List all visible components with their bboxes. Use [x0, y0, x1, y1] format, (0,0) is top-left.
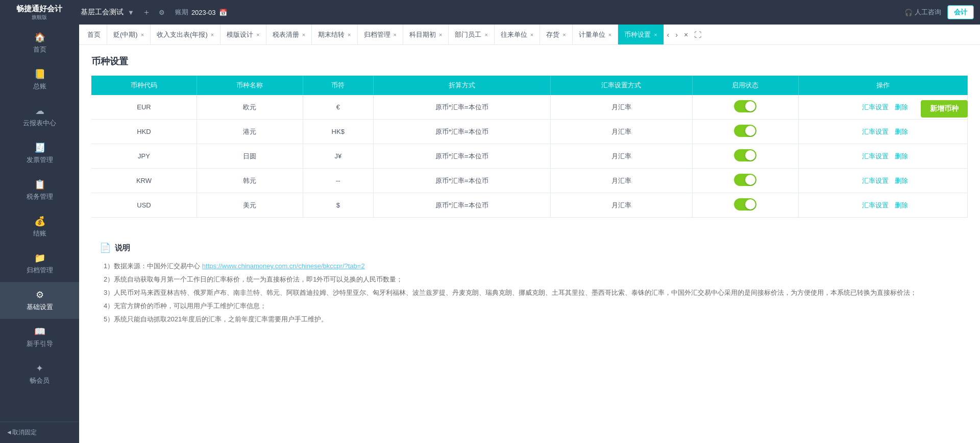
add-project-btn[interactable]: ＋ [142, 7, 151, 18]
tab-home[interactable]: 首页 [81, 25, 107, 45]
tab-close-partner[interactable]: × [530, 32, 533, 38]
tab-template[interactable]: 模版设计 × [220, 25, 266, 45]
tab-close-period-end[interactable]: × [348, 32, 351, 38]
col-symbol: 币符 [303, 76, 373, 95]
cell-status-3 [693, 169, 799, 193]
sidebar-item-settings[interactable]: ⚙ 基础设置 [0, 282, 79, 319]
tab-close-inventory[interactable]: × [562, 32, 566, 38]
tab-close-mid[interactable]: × [141, 32, 144, 38]
sidebar-item-tax[interactable]: 📋 税务管理 [0, 172, 79, 208]
notice-section: 📄 说明 1）数据来源：中国外汇交易中心 https://www.chinamo… [91, 234, 968, 334]
tab-income[interactable]: 收入支出表(年报) × [151, 25, 220, 45]
sidebar-item-ledger[interactable]: 📒 总账 [0, 61, 79, 98]
table-header-row: 币种代码 币种名称 币符 折算方式 汇率设置方式 启用状态 操作 [91, 76, 968, 95]
notice-link[interactable]: https://www.chinamoney.com.cn/chinese/bk… [202, 262, 365, 270]
tab-prev-btn[interactable]: ‹ [664, 31, 673, 39]
sidebar-unpin-btn[interactable]: ◄取消固定 [0, 422, 79, 443]
rate-setting-btn-0[interactable]: 汇率设置 [862, 103, 889, 111]
project-dropdown[interactable]: ▼ [128, 9, 134, 16]
tab-close-all-btn[interactable]: × [681, 31, 691, 39]
calendar-icon[interactable]: 📅 [219, 9, 227, 16]
delete-btn-1[interactable]: 删除 [895, 128, 908, 135]
header-right: 🎧 人工咨询 会计 [904, 5, 974, 19]
toggle-1[interactable] [734, 125, 756, 137]
cell-calc-1: 原币*汇率=本位币 [373, 120, 550, 144]
iam-button[interactable]: 会计 [947, 5, 974, 19]
sidebar-label-tax: 税务管理 [27, 192, 53, 201]
sidebar-item-settle[interactable]: 💰 结账 [0, 208, 79, 245]
tab-close-archive[interactable]: × [394, 32, 397, 38]
page-title: 币种设置 [91, 55, 968, 67]
table-body: EUR 欧元 € 原币*汇率=本位币 月汇率 汇率设置 删除 HKD 港元 HK… [91, 95, 968, 218]
sidebar-item-member[interactable]: ✦ 畅会员 [0, 356, 79, 392]
toggle-3[interactable] [734, 174, 756, 186]
new-currency-btn[interactable]: 新增币种 [921, 100, 968, 118]
tab-close-unit[interactable]: × [608, 32, 611, 38]
sidebar-item-archive[interactable]: 📁 归档管理 [0, 245, 79, 282]
tab-archive[interactable]: 归档管理 × [358, 25, 403, 45]
cell-calc-2: 原币*汇率=本位币 [373, 144, 550, 169]
tab-period-end[interactable]: 期末结转 × [312, 25, 357, 45]
sidebar-item-invoice[interactable]: 🧾 发票管理 [0, 135, 79, 172]
period-value: 2023-03 [191, 9, 216, 16]
tab-subject[interactable]: 科目期初 × [403, 25, 449, 45]
tab-close-template[interactable]: × [256, 32, 259, 38]
cell-calc-0: 原币*汇率=本位币 [373, 95, 550, 120]
delete-btn-3[interactable]: 删除 [895, 177, 908, 184]
toggle-knob-3 [745, 175, 755, 185]
tax-icon: 📋 [34, 179, 45, 190]
notice-list: 1）数据来源：中国外汇交易中心 https://www.chinamoney.c… [100, 260, 960, 326]
toggle-knob-1 [745, 126, 755, 136]
tab-label-home: 首页 [87, 30, 101, 39]
rate-setting-btn-2[interactable]: 汇率设置 [862, 152, 889, 160]
app-container: 畅捷通好会计 旗舰版 基层工会测试 ▼ ＋ ⚙ 账期 2023-03 📅 🎧 人… [0, 0, 980, 443]
tab-dept[interactable]: 部门员工 × [449, 25, 494, 45]
tab-close-dept[interactable]: × [484, 32, 487, 38]
sidebar-item-reports[interactable]: ☁ 云报表中心 [0, 98, 79, 135]
tab-expand-btn[interactable]: ⛶ [691, 31, 704, 39]
tab-tax[interactable]: 税表清册 × [266, 25, 312, 45]
rate-setting-btn-1[interactable]: 汇率设置 [862, 128, 889, 135]
delete-btn-2[interactable]: 删除 [895, 152, 908, 160]
cell-actions-2: 汇率设置 删除 [798, 144, 967, 169]
cell-rate-method-1: 月汇率 [550, 120, 692, 144]
delete-btn-4[interactable]: 删除 [895, 201, 908, 209]
tab-label-dept: 部门员工 [455, 30, 481, 39]
cell-code-4: USD [91, 193, 197, 218]
tab-unit[interactable]: 计量单位 × [573, 25, 618, 45]
toggle-knob-0 [745, 101, 755, 111]
cloud-icon: ☁ [35, 105, 44, 116]
sidebar-item-guide[interactable]: 📖 新手引导 [0, 319, 79, 356]
toggle-4[interactable] [734, 198, 756, 211]
tab-next-btn[interactable]: › [672, 31, 681, 39]
rate-setting-btn-3[interactable]: 汇率设置 [862, 177, 889, 184]
delete-btn-0[interactable]: 删除 [895, 103, 908, 111]
help-btn[interactable]: 🎧 人工咨询 [904, 8, 941, 17]
tab-currency[interactable]: 币种设置 × [618, 25, 664, 45]
tab-mid[interactable]: 贬(中期) × [107, 25, 151, 45]
tab-partner[interactable]: 往来单位 × [495, 25, 540, 45]
cell-code-0: EUR [91, 95, 197, 120]
tab-close-subject[interactable]: × [439, 32, 442, 38]
tab-close-tax[interactable]: × [302, 32, 305, 38]
cell-actions-4: 汇率设置 删除 [798, 193, 967, 218]
sidebar-label-settle: 结账 [33, 229, 46, 238]
tab-close-currency[interactable]: × [654, 32, 657, 38]
project-settings-icon[interactable]: ⚙ [159, 9, 165, 16]
sidebar-label-archive: 归档管理 [27, 266, 53, 275]
table-row: USD 美元 $ 原币*汇率=本位币 月汇率 汇率设置 删除 [91, 193, 968, 218]
cell-actions-1: 汇率设置 删除 [798, 120, 967, 144]
col-rate-method: 汇率设置方式 [550, 76, 692, 95]
toggle-2[interactable] [734, 149, 756, 161]
content-wrapper: 首页 贬(中期) × 收入支出表(年报) × 模版设计 × 税表清册 × [79, 25, 980, 443]
page-content: 币种设置 新增币种 币种代码 币种名称 币符 折算方式 汇率设置方式 启用状态 … [79, 45, 980, 443]
cell-name-3: 韩元 [197, 169, 303, 193]
sidebar-item-home[interactable]: 🏠 首页 [0, 25, 79, 61]
col-status: 启用状态 [693, 76, 799, 95]
tab-inventory[interactable]: 存货 × [540, 25, 572, 45]
col-actions: 操作 [798, 76, 967, 95]
tab-label-period-end: 期末结转 [318, 30, 345, 39]
rate-setting-btn-4[interactable]: 汇率设置 [862, 201, 889, 209]
toggle-0[interactable] [734, 100, 756, 112]
tab-close-income[interactable]: × [211, 32, 214, 38]
